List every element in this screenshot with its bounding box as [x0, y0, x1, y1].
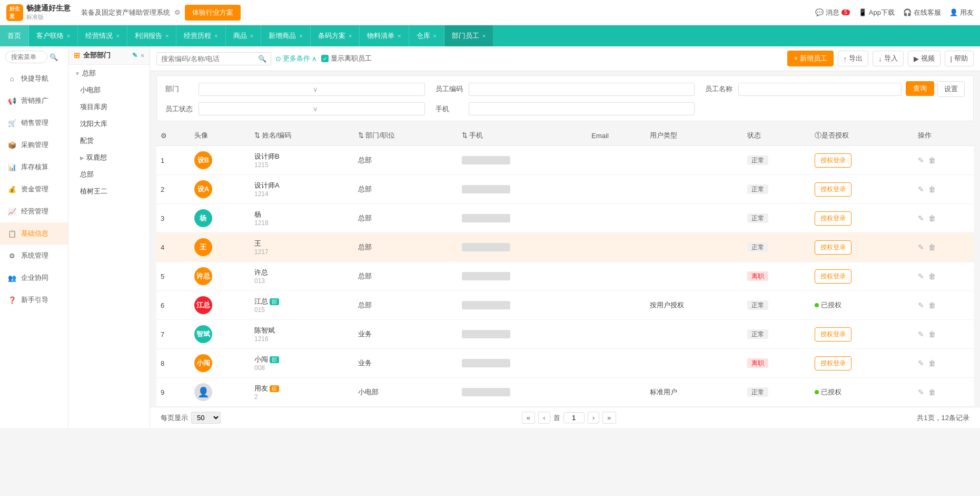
- delete-icon[interactable]: 🗑: [928, 214, 936, 222]
- dept-tree-item-zhishu[interactable]: 植树王二: [68, 183, 150, 200]
- tab-warehouse[interactable]: 仓库×: [409, 25, 444, 46]
- page-size-select[interactable]: 50 100 200: [191, 412, 221, 424]
- tab-bom[interactable]: 物料清单×: [360, 25, 409, 46]
- dept-tree-item-xiangmu[interactable]: 项目库房: [68, 99, 150, 115]
- delete-icon[interactable]: 🗑: [928, 301, 936, 309]
- sidebar-item-operation[interactable]: 📈 经营管理: [0, 200, 68, 222]
- sidebar-item-purchase[interactable]: 📦 采购管理: [0, 134, 68, 156]
- dept-tree-item-peihuo[interactable]: 配货: [68, 132, 150, 149]
- tab-new-product[interactable]: 新增商品×: [261, 25, 310, 46]
- edit-icon[interactable]: ✎: [918, 214, 924, 222]
- tab-customer[interactable]: 客户联络×: [29, 25, 78, 46]
- tab-department[interactable]: 部门员工×: [444, 25, 493, 46]
- reset-button[interactable]: 设置: [937, 81, 965, 97]
- last-page-button[interactable]: »: [602, 412, 616, 424]
- dept-tree-item-root[interactable]: ▼ 总部: [68, 65, 150, 82]
- search-menu-icon[interactable]: 🔍: [50, 53, 58, 61]
- edit-dept-icon[interactable]: ✎: [132, 52, 137, 59]
- auth-button[interactable]: 授权登录: [815, 211, 852, 226]
- dept-tree-item-xiaodian[interactable]: 小电部: [68, 82, 150, 99]
- search-input[interactable]: [161, 55, 256, 63]
- delete-icon[interactable]: 🗑: [928, 156, 936, 164]
- auth-button[interactable]: 授权登录: [815, 240, 852, 255]
- edit-icon[interactable]: ✎: [918, 388, 924, 396]
- tab-profit[interactable]: 利润报告×: [127, 25, 176, 46]
- edit-icon[interactable]: ✎: [918, 185, 924, 193]
- user-area[interactable]: 👤 用友: [949, 8, 974, 17]
- help-button[interactable]: | 帮助: [945, 51, 974, 66]
- first-page-button[interactable]: «: [522, 412, 535, 424]
- sidebar-item-collab[interactable]: 👥 企业协同: [0, 267, 68, 289]
- sidebar-item-basic[interactable]: 📋 基础信息: [0, 222, 68, 245]
- close-icon[interactable]: ×: [433, 33, 437, 39]
- collapse-icon[interactable]: «: [141, 52, 144, 59]
- sidebar-item-inventory[interactable]: 📊 库存核算: [0, 156, 68, 178]
- tab-product[interactable]: 商品×: [226, 25, 261, 46]
- close-icon[interactable]: ×: [398, 33, 401, 39]
- search-icon[interactable]: 🔍: [258, 55, 266, 63]
- auth-button[interactable]: 授权登录: [815, 327, 852, 342]
- import-button[interactable]: ↓ 导入: [873, 51, 904, 66]
- add-employee-button[interactable]: + 新增员工: [787, 51, 833, 66]
- page-number-input[interactable]: [563, 412, 585, 423]
- next-page-button[interactable]: ›: [588, 412, 599, 424]
- close-icon[interactable]: ×: [250, 33, 253, 39]
- close-icon[interactable]: ×: [214, 33, 217, 39]
- show-dimission-checkbox[interactable]: ✓ 显示离职员工: [321, 54, 372, 63]
- sidebar-item-finance[interactable]: 💰 资金管理: [0, 178, 68, 200]
- sidebar-item-sales[interactable]: 🛒 销售管理: [0, 112, 68, 134]
- edit-icon[interactable]: ✎: [918, 330, 924, 338]
- close-icon[interactable]: ×: [67, 33, 70, 39]
- dept-tree-item-shuanglu[interactable]: ▶ 双鹿想: [68, 149, 150, 166]
- message-link[interactable]: 💬 消息 5: [815, 8, 850, 17]
- emp-name-input[interactable]: [738, 83, 902, 96]
- col-settings[interactable]: ⚙: [156, 125, 190, 146]
- phone-input[interactable]: [469, 102, 695, 115]
- edit-icon[interactable]: ✎: [918, 359, 924, 367]
- edit-icon[interactable]: ✎: [918, 301, 924, 309]
- delete-icon[interactable]: 🗑: [928, 272, 936, 280]
- settings-icon[interactable]: ⚙: [174, 8, 181, 16]
- auth-button[interactable]: 授权登录: [815, 153, 852, 168]
- tab-barcode[interactable]: 条码方案×: [311, 25, 360, 46]
- col-name[interactable]: ⇅ 姓名/编码: [250, 125, 354, 146]
- auth-button[interactable]: 授权登录: [815, 269, 852, 284]
- search-menu-input[interactable]: [5, 51, 47, 63]
- sidebar-item-quick-nav[interactable]: ⌂ 快捷导航: [0, 67, 68, 90]
- sidebar-item-marketing[interactable]: 📢 营销推广: [0, 90, 68, 112]
- dept-tree-item-shenyang[interactable]: 沈阳大库: [68, 115, 150, 132]
- edit-icon[interactable]: ✎: [918, 156, 924, 164]
- auth-button[interactable]: 授权登录: [815, 182, 852, 197]
- close-icon[interactable]: ×: [165, 33, 169, 39]
- col-phone[interactable]: ⇅ 手机: [458, 125, 588, 146]
- delete-icon[interactable]: 🗑: [928, 243, 936, 251]
- auth-button[interactable]: 授权登录: [815, 356, 852, 371]
- tab-journey[interactable]: 经营历程×: [176, 25, 225, 46]
- more-conditions-btn[interactable]: ⊙ 更多条件 ∧: [275, 54, 317, 63]
- sidebar-item-system[interactable]: ⚙ 系统管理: [0, 245, 68, 267]
- dept-tree-item-zongbu[interactable]: 总部: [68, 166, 150, 183]
- dept-select[interactable]: ∨: [199, 83, 425, 96]
- tab-home[interactable]: 首页: [0, 25, 29, 46]
- trial-button[interactable]: 体验行业方案: [185, 5, 241, 21]
- close-icon[interactable]: ×: [116, 33, 119, 39]
- close-icon[interactable]: ×: [482, 33, 486, 39]
- query-button[interactable]: 查询: [906, 81, 934, 96]
- view-button[interactable]: ▶ 视频: [908, 51, 941, 66]
- delete-icon[interactable]: 🗑: [928, 185, 936, 193]
- emp-code-input[interactable]: [469, 83, 695, 96]
- app-download-link[interactable]: 📱 App下载: [858, 8, 895, 17]
- sidebar-item-guide[interactable]: ❓ 新手引导: [0, 289, 68, 311]
- emp-status-select[interactable]: ∨: [199, 102, 425, 115]
- tab-operation[interactable]: 经营情况×: [78, 25, 127, 46]
- edit-icon[interactable]: ✎: [918, 243, 924, 251]
- close-icon[interactable]: ×: [299, 33, 302, 39]
- close-icon[interactable]: ×: [349, 33, 352, 39]
- delete-icon[interactable]: 🗑: [928, 359, 936, 367]
- prev-page-button[interactable]: ‹: [538, 412, 550, 424]
- col-dept[interactable]: ⇅ 部门/职位: [354, 125, 458, 146]
- delete-icon[interactable]: 🗑: [928, 388, 936, 396]
- delete-icon[interactable]: 🗑: [928, 330, 936, 338]
- export-button[interactable]: ↑ 导出: [838, 51, 869, 66]
- online-service-link[interactable]: 🎧 在线客服: [903, 8, 941, 17]
